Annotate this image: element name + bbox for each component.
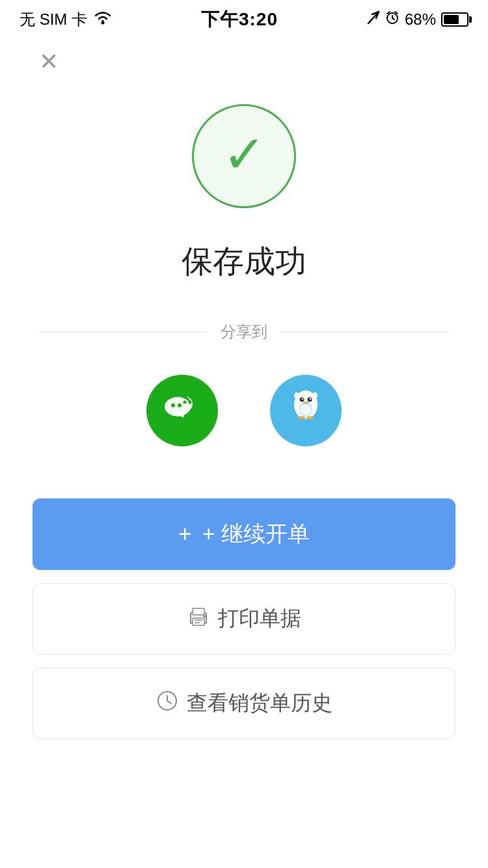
history-icon	[156, 689, 179, 718]
wechat-share-button[interactable]	[146, 375, 218, 446]
print-button[interactable]: 打印单据	[33, 583, 455, 655]
continue-order-label: + 继续开单	[202, 519, 310, 549]
continue-order-button[interactable]: + + 继续开单	[33, 498, 455, 570]
checkmark-icon: ✓	[223, 129, 266, 181]
buttons-section: + + 继续开单 打印单据	[0, 498, 488, 739]
status-time: 下午3:20	[201, 7, 278, 32]
svg-point-0	[102, 21, 105, 25]
svg-rect-22	[193, 608, 204, 615]
status-left: 无 SIM 卡	[20, 9, 112, 30]
battery-percent: 68%	[405, 10, 436, 29]
svg-point-6	[188, 401, 191, 404]
svg-point-9	[300, 398, 305, 402]
close-x-icon: ✕	[39, 50, 59, 74]
svg-point-12	[310, 398, 311, 400]
history-label: 查看销货单历史	[187, 689, 332, 718]
svg-point-17	[306, 416, 313, 420]
alarm-icon	[385, 10, 400, 29]
no-sim-text: 无 SIM 卡	[20, 9, 87, 30]
status-right: 68%	[367, 10, 468, 29]
svg-point-10	[308, 398, 312, 402]
battery-icon	[441, 12, 468, 27]
svg-point-5	[183, 401, 186, 404]
svg-point-3	[171, 403, 175, 407]
main-content: ✓ 保存成功 分享到	[0, 39, 488, 739]
svg-point-23	[203, 615, 206, 617]
status-bar: 无 SIM 卡 下午3:20 68	[0, 0, 488, 39]
svg-point-15	[301, 403, 311, 415]
svg-point-11	[302, 398, 303, 400]
qq-share-button[interactable]	[270, 375, 342, 446]
plus-icon: +	[178, 521, 192, 548]
wifi-icon	[94, 10, 112, 29]
wechat-icon	[161, 388, 204, 433]
location-icon	[367, 10, 380, 29]
printer-icon	[187, 605, 210, 632]
svg-rect-21	[193, 618, 204, 625]
svg-point-18	[294, 392, 299, 399]
success-circle: ✓	[192, 104, 296, 208]
svg-point-4	[178, 403, 182, 407]
print-label: 打印单据	[218, 604, 301, 633]
svg-point-19	[312, 392, 318, 399]
svg-point-16	[299, 416, 305, 420]
close-button[interactable]: ✕	[33, 46, 65, 78]
svg-point-2	[165, 397, 191, 416]
qq-icon	[286, 385, 325, 436]
success-title: 保存成功	[182, 241, 306, 282]
share-section: 分享到	[0, 321, 488, 342]
view-history-button[interactable]: 查看销货单历史	[33, 668, 455, 739]
share-icons-row	[146, 375, 342, 446]
share-label: 分享到	[208, 321, 280, 342]
